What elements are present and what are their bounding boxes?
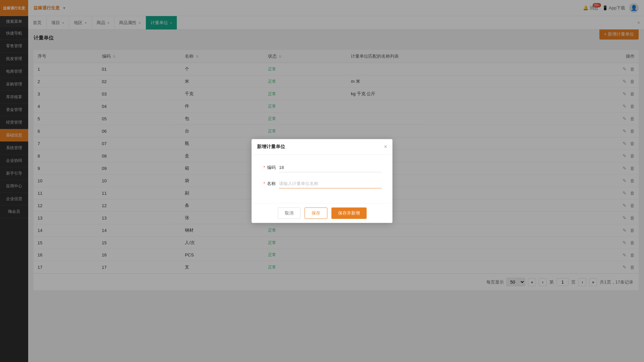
modal-close-btn[interactable]: × bbox=[384, 144, 387, 149]
save-and-new-button[interactable]: 保存并新增 bbox=[331, 207, 367, 219]
name-required-mark: * bbox=[263, 181, 265, 186]
modal-body: * 编码 * 名称 bbox=[252, 155, 392, 203]
form-row-code: * 编码 bbox=[262, 163, 382, 172]
add-unit-modal: 新增计量单位 × * 编码 * 名称 取消 保存 保存并新增 bbox=[252, 139, 392, 223]
modal-title: 新增计量单位 bbox=[257, 144, 285, 150]
cancel-button[interactable]: 取消 bbox=[278, 207, 301, 219]
code-input[interactable] bbox=[279, 163, 382, 172]
name-input[interactable] bbox=[279, 179, 382, 188]
save-button[interactable]: 保存 bbox=[305, 207, 327, 219]
modal-overlay[interactable]: 新增计量单位 × * 编码 * 名称 取消 保存 保存并新增 bbox=[0, 0, 644, 362]
name-label: * 名称 bbox=[262, 181, 276, 187]
modal-footer: 取消 保存 保存并新增 bbox=[252, 203, 392, 223]
modal-header: 新增计量单位 × bbox=[252, 139, 392, 155]
code-required-mark: * bbox=[263, 165, 265, 170]
code-label: * 编码 bbox=[262, 165, 276, 171]
form-row-name: * 名称 bbox=[262, 179, 382, 188]
